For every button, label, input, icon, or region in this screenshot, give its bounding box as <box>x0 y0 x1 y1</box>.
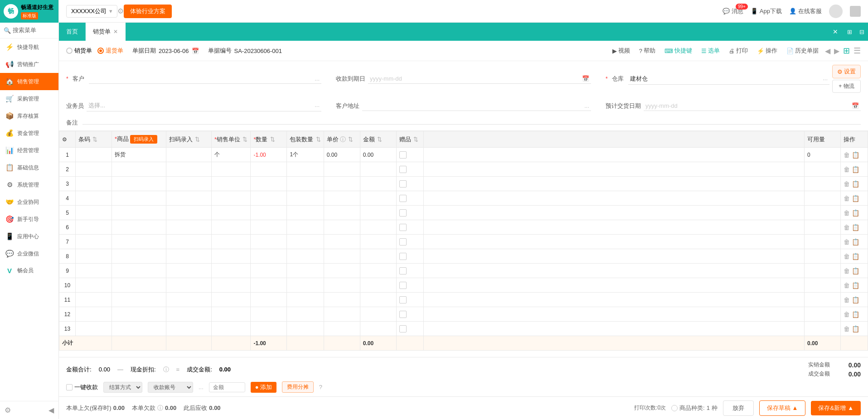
copy-icon[interactable]: 📋 <box>852 195 859 202</box>
delivery-date-input[interactable]: yyyy-mm-dd 📅 <box>644 101 861 111</box>
row-spec[interactable] <box>166 220 212 235</box>
one-click-pay-checkbox[interactable]: 一键收款 <box>66 383 98 391</box>
row-qty[interactable] <box>251 293 287 307</box>
row-barcode[interactable] <box>76 307 112 322</box>
row-gift[interactable] <box>396 177 423 191</box>
row-barcode[interactable] <box>76 206 112 220</box>
row-amount[interactable] <box>360 177 396 191</box>
toolbar-print[interactable]: 🖨 打印 <box>726 45 751 56</box>
delete-icon[interactable]: 🗑 <box>844 325 850 332</box>
row-gift[interactable] <box>396 162 423 177</box>
copy-icon[interactable]: 📋 <box>852 253 859 260</box>
row-price[interactable] <box>324 293 360 307</box>
row-barcode[interactable] <box>76 148 112 162</box>
tab-close-icon[interactable]: ✕ <box>113 29 118 35</box>
row-product[interactable]: 拆货 <box>112 148 166 162</box>
settings-button[interactable]: ⚙ 设置 <box>832 65 861 78</box>
row-qty[interactable] <box>251 177 287 191</box>
row-barcode[interactable] <box>76 220 112 235</box>
row-spec[interactable] <box>166 235 212 249</box>
row-product[interactable] <box>112 206 166 220</box>
row-qty[interactable] <box>251 278 287 293</box>
delete-icon[interactable]: 🗑 <box>844 282 850 289</box>
overdue-info-icon[interactable]: ⓘ <box>157 404 163 412</box>
row-pkg-qty[interactable] <box>287 293 324 307</box>
row-qty[interactable] <box>251 307 287 322</box>
copy-icon[interactable]: 📋 <box>852 267 859 275</box>
delete-icon[interactable]: 🗑 <box>844 238 850 246</box>
nav-next-icon[interactable]: ▶ <box>834 47 839 55</box>
tab-grid-view-icon[interactable]: ⊞ <box>844 29 856 35</box>
wuliu-button[interactable]: + 物流 <box>832 80 861 93</box>
row-price[interactable] <box>324 249 360 264</box>
row-price[interactable] <box>324 278 360 293</box>
row-amount[interactable] <box>360 191 396 206</box>
add-button[interactable]: ● 添加 <box>251 382 276 393</box>
warehouse-input[interactable]: 建材仓 ... <box>628 73 829 85</box>
row-qty[interactable] <box>251 322 287 336</box>
sidebar-item-newbie[interactable]: 🎯 新手引导 <box>0 211 58 228</box>
discount-info-icon[interactable]: ⓘ <box>163 366 169 374</box>
row-unit[interactable] <box>212 307 251 322</box>
delete-icon[interactable]: 🗑 <box>844 209 850 217</box>
row-amount[interactable] <box>360 220 396 235</box>
copy-icon[interactable]: 📋 <box>852 282 859 289</box>
row-price[interactable] <box>324 264 360 278</box>
row-barcode[interactable] <box>76 191 112 206</box>
row-price[interactable] <box>324 307 360 322</box>
app-download-button[interactable]: 📱 App下载 <box>751 7 782 15</box>
row-amount[interactable] <box>360 206 396 220</box>
row-price[interactable] <box>324 220 360 235</box>
sidebar-item-sales[interactable]: 🏠 销售管理 <box>0 73 58 90</box>
row-amount[interactable] <box>360 322 396 336</box>
delete-icon[interactable]: 🗑 <box>844 166 850 173</box>
copy-icon[interactable]: 📋 <box>852 224 859 231</box>
row-amount[interactable] <box>360 264 396 278</box>
toolbar-help[interactable]: ? 帮助 <box>636 45 658 56</box>
sidebar-item-marketing[interactable]: 📢 营销推广 <box>0 56 58 73</box>
row-unit[interactable] <box>212 220 251 235</box>
cost-split-button[interactable]: 费用分摊 <box>282 381 314 393</box>
toolbar-operation[interactable]: ⚡ 操作 <box>754 45 780 56</box>
tab-home[interactable]: 首页 <box>59 23 86 41</box>
row-amount[interactable] <box>360 162 396 177</box>
row-spec[interactable] <box>166 322 212 336</box>
row-spec[interactable] <box>166 177 212 191</box>
copy-icon[interactable]: 📋 <box>852 166 859 173</box>
row-unit[interactable] <box>212 177 251 191</box>
sidebar-item-purchase[interactable]: 🛒 采购管理 <box>0 90 58 107</box>
sidebar-item-apps[interactable]: 📱 应用中心 <box>0 228 58 245</box>
delete-icon[interactable]: 🗑 <box>844 151 850 159</box>
abandon-button[interactable]: 放弃 <box>723 400 754 416</box>
row-unit[interactable]: 个 <box>212 148 251 162</box>
row-price[interactable] <box>324 206 360 220</box>
sidebar-item-inventory[interactable]: 📦 库存核算 <box>0 107 58 125</box>
sidebar-collapse-icon[interactable]: ◀ <box>48 406 54 414</box>
row-pkg-qty[interactable] <box>287 264 324 278</box>
payment-due-input[interactable]: yyyy-mm-dd 📅 <box>368 74 591 84</box>
row-spec[interactable] <box>166 293 212 307</box>
notes-input[interactable] <box>82 121 861 125</box>
row-pkg-qty[interactable] <box>287 206 324 220</box>
row-product[interactable] <box>112 264 166 278</box>
cost-info-icon[interactable]: ? <box>319 384 322 390</box>
toolbar-history[interactable]: 📄 历史单据 <box>784 45 821 56</box>
row-unit[interactable] <box>212 322 251 336</box>
delete-icon[interactable]: 🗑 <box>844 267 850 275</box>
trial-button[interactable]: 体验行业方案 <box>124 5 172 18</box>
sidebar-item-member[interactable]: V 畅会员 <box>0 262 58 279</box>
row-barcode[interactable] <box>76 177 112 191</box>
row-product[interactable] <box>112 177 166 191</box>
row-barcode[interactable] <box>76 249 112 264</box>
sidebar-item-enterprise[interactable]: 🤝 企业协同 <box>0 193 58 211</box>
customer-input[interactable]: ... <box>89 74 321 84</box>
online-service-button[interactable]: 👤 在线客服 <box>789 7 822 15</box>
delete-icon[interactable]: 🗑 <box>844 253 850 260</box>
price-info-icon[interactable]: ⓘ <box>340 136 346 143</box>
th-settings[interactable]: ⚙ <box>59 131 76 148</box>
row-amount[interactable] <box>360 278 396 293</box>
gear-settings-icon[interactable]: ⚙ <box>117 7 124 15</box>
row-barcode[interactable] <box>76 264 112 278</box>
row-product[interactable] <box>112 322 166 336</box>
row-gift[interactable] <box>396 278 423 293</box>
